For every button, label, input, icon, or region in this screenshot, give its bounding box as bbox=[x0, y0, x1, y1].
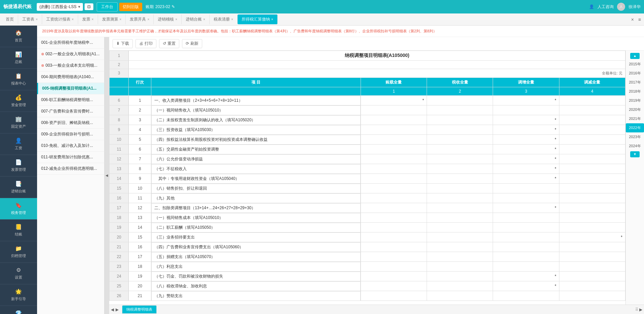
data-cell[interactable]: * bbox=[493, 164, 559, 174]
close-icon[interactable]: × bbox=[271, 18, 273, 21]
close-icon[interactable]: × bbox=[231, 18, 233, 21]
data-cell[interactable] bbox=[427, 135, 493, 145]
user-name[interactable]: 徐泽华 bbox=[628, 4, 641, 10]
close-icon[interactable]: × bbox=[203, 18, 205, 21]
edit-period-icon[interactable]: ✎ bbox=[172, 4, 175, 9]
tab-invoice-calc[interactable]: 发票测算 × bbox=[98, 14, 126, 24]
year-2021[interactable]: 2021年 bbox=[626, 114, 644, 123]
data-cell[interactable] bbox=[427, 232, 493, 242]
data-cell[interactable] bbox=[559, 252, 625, 262]
data-cell[interactable] bbox=[361, 213, 427, 223]
workbench-button[interactable]: 工作台 bbox=[97, 2, 118, 11]
data-cell[interactable] bbox=[427, 203, 493, 213]
sidebar-item-finance[interactable]: 💰 资金管理 bbox=[0, 90, 37, 112]
data-cell[interactable] bbox=[361, 115, 427, 125]
row-content[interactable]: （八）税收滞纳金、加收利息 bbox=[151, 281, 361, 291]
data-cell[interactable] bbox=[427, 174, 493, 184]
row-content[interactable]: （三）业务招待要支出 bbox=[151, 232, 361, 242]
data-cell[interactable]: * bbox=[493, 154, 559, 164]
panel-item-004[interactable]: 004-期间费用明细表(A1040... bbox=[37, 71, 104, 83]
tab-home[interactable]: 首页 bbox=[2, 14, 18, 24]
data-cell[interactable]: * bbox=[559, 232, 625, 242]
tab-menu-icon[interactable]: ≡ bbox=[637, 17, 642, 22]
data-cell[interactable] bbox=[427, 242, 493, 252]
data-cell[interactable] bbox=[493, 232, 559, 242]
data-cell[interactable]: * bbox=[493, 125, 559, 135]
switch-version-button[interactable]: 切到旧版 bbox=[119, 3, 142, 11]
data-cell[interactable] bbox=[559, 193, 625, 203]
tab-invoice-open[interactable]: 发票开具 × bbox=[126, 14, 154, 24]
sidebar-item-vip[interactable]: 💎 畅会员 bbox=[0, 306, 37, 314]
sidebar-item-archive[interactable]: 📁 归档管理 bbox=[0, 241, 37, 263]
data-cell[interactable] bbox=[427, 145, 493, 154]
print-button[interactable]: 🖨 打印 bbox=[135, 39, 156, 48]
row-content[interactable]: （六）利息支出 bbox=[151, 262, 361, 272]
data-cell[interactable] bbox=[493, 184, 559, 193]
data-cell[interactable] bbox=[559, 242, 625, 252]
row-content[interactable]: （七）罚金、罚款和被没收财物的损失 bbox=[151, 272, 361, 281]
data-cell[interactable]: * bbox=[493, 174, 559, 184]
data-cell[interactable] bbox=[559, 262, 625, 272]
data-cell[interactable] bbox=[559, 105, 625, 115]
data-cell[interactable] bbox=[427, 154, 493, 164]
row-content[interactable]: （五）捐赠支出（填写A105070） bbox=[151, 252, 361, 262]
data-cell[interactable] bbox=[493, 193, 559, 203]
sidebar-item-assets[interactable]: 🏢 固定资产 bbox=[0, 112, 37, 133]
panel-item-009[interactable]: 009-企业所得税弥补亏损明... bbox=[37, 129, 104, 140]
row-content[interactable]: 一、收入类调整项目（2+3+4+5+6+7+8+10+11） bbox=[151, 96, 361, 105]
data-cell[interactable] bbox=[361, 164, 427, 174]
year-2018[interactable]: 2018年 bbox=[626, 87, 644, 96]
data-cell[interactable] bbox=[427, 164, 493, 174]
data-cell[interactable] bbox=[427, 125, 493, 135]
data-cell[interactable] bbox=[559, 291, 625, 301]
data-cell[interactable] bbox=[427, 193, 493, 203]
panel-item-010[interactable]: 010-免税、减计收入及加计... bbox=[37, 140, 104, 152]
row-content[interactable]: （二）职工薪酬（填写A105050） bbox=[151, 223, 361, 232]
sidebar-item-sales-ledger[interactable]: 📑 进销台账 bbox=[0, 177, 37, 198]
data-cell[interactable] bbox=[559, 164, 625, 174]
data-cell[interactable] bbox=[427, 115, 493, 125]
row-content[interactable]: （七）不征税收入 bbox=[151, 164, 361, 174]
data-cell[interactable] bbox=[493, 105, 559, 115]
panel-item-005[interactable]: 005-纳税调整项目明细表(A1... bbox=[37, 83, 104, 94]
tab-tax-settlement[interactable]: 所得税汇算缴纳 × bbox=[238, 14, 278, 24]
tab-invoice[interactable]: 发票 × bbox=[78, 14, 98, 24]
data-cell[interactable] bbox=[361, 252, 427, 262]
row-content[interactable]: （一）视同销售收入（填写A105010） bbox=[151, 105, 361, 115]
company-selector[interactable]: (勿删) 江西股金-LSS ▾ bbox=[37, 3, 83, 11]
reset-button[interactable]: ↺ 重置 bbox=[159, 39, 179, 48]
close-icon[interactable]: × bbox=[120, 18, 122, 21]
data-cell[interactable] bbox=[427, 291, 493, 301]
year-nav-up-button[interactable]: ▲ bbox=[630, 53, 640, 59]
tab-close-all-icon[interactable]: × bbox=[630, 17, 635, 22]
data-cell[interactable]: * bbox=[493, 115, 559, 125]
data-cell[interactable] bbox=[493, 213, 559, 223]
collapse-panel-button[interactable]: ◀ bbox=[104, 37, 109, 314]
panel-item-003[interactable]: ⊗ 003-一般企业成本支出明细... bbox=[37, 60, 104, 71]
data-cell[interactable] bbox=[361, 232, 427, 242]
row-content[interactable]: （二）未按权责发生制原则确认的收入（填写A105020） bbox=[151, 115, 361, 125]
download-button[interactable]: ⬇ 下载 bbox=[113, 39, 133, 48]
data-cell[interactable] bbox=[559, 95, 625, 105]
data-cell[interactable] bbox=[361, 193, 427, 203]
panel-item-001[interactable]: 001-企业所得税年度纳税申... bbox=[37, 37, 104, 49]
bottom-scroll-right-icon[interactable]: ▶ bbox=[639, 307, 642, 312]
data-cell[interactable] bbox=[427, 105, 493, 115]
data-cell[interactable] bbox=[361, 281, 427, 291]
data-cell[interactable] bbox=[427, 272, 493, 281]
year-2024[interactable]: 2024年 bbox=[626, 142, 644, 151]
refresh-button[interactable]: ⟳ 刷新 bbox=[182, 39, 202, 48]
data-cell[interactable] bbox=[361, 125, 427, 135]
data-cell[interactable]: * bbox=[493, 135, 559, 145]
sidebar-item-guide[interactable]: 🌟 新手引导 bbox=[0, 284, 37, 306]
sidebar-item-home[interactable]: 🏠 首页 bbox=[0, 26, 37, 47]
row-content[interactable]: 二、扣除类调整项目（13+14+…24+26+27+28+29+30） bbox=[151, 203, 361, 213]
data-cell[interactable] bbox=[559, 203, 625, 213]
data-cell[interactable] bbox=[361, 135, 427, 145]
data-cell[interactable] bbox=[559, 154, 625, 164]
row-content[interactable]: 其中：专项用途财政性资金（填写A105040） bbox=[151, 174, 361, 184]
close-icon[interactable]: × bbox=[175, 18, 177, 21]
row-content[interactable]: （六）公允价值变动净损益 bbox=[151, 154, 361, 164]
close-icon[interactable]: × bbox=[36, 18, 38, 21]
sidebar-item-reports[interactable]: 📋 报表中心 bbox=[0, 69, 37, 90]
